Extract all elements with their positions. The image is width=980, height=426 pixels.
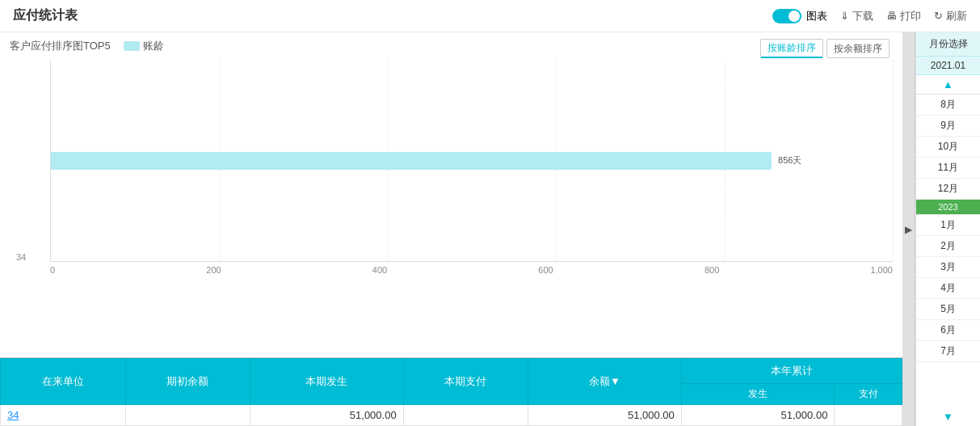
expand-sidebar-arrow[interactable]: ▶ <box>902 32 915 426</box>
print-icon: 🖶 <box>886 10 897 22</box>
download-label: 下载 <box>852 9 873 23</box>
sidebar-up-button[interactable]: ▲ <box>916 75 980 95</box>
legend-item-aging: 账龄 <box>124 39 164 53</box>
chart-bar-row: 856天 <box>51 150 893 172</box>
sidebar-months-list: 8月 9月 10月 11月 12月 2023 1月 2月 3月 4月 5月 6月… <box>916 95 980 407</box>
col-header-opening: 期初余额 <box>125 359 250 405</box>
download-icon: ⇓ <box>840 10 849 22</box>
data-table: 在来单位 期初余额 本期发生 本期支付 余额▼ 本年累计 发生 支付 <box>0 358 902 426</box>
chart-bar-end-label: 856天 <box>778 154 801 167</box>
year-marker-2023[interactable]: 2023 <box>916 200 980 215</box>
y-axis-label-34: 34 <box>16 252 29 262</box>
chart-toggle-switch[interactable] <box>772 9 801 23</box>
col-header-current-occ: 本期发生 <box>250 359 404 405</box>
col-header-ytd-occ: 发生 <box>681 384 835 405</box>
legend-color-box <box>124 41 140 51</box>
col-header-balance: 余额▼ <box>528 359 682 405</box>
print-label: 打印 <box>900 9 921 23</box>
table-section: 在来单位 期初余额 本期发生 本期支付 余额▼ 本年累计 发生 支付 <box>0 357 902 426</box>
print-button[interactable]: 🖶 打印 <box>886 9 921 23</box>
cell-current-occ: 51,000.00 <box>250 405 404 426</box>
month-item-3[interactable]: 3月 <box>916 257 980 278</box>
sidebar-current-date[interactable]: 2021.01 <box>916 57 980 75</box>
header-actions: 图表 ⇓ 下载 🖶 打印 ↻ 刷新 <box>772 9 967 23</box>
refresh-label: 刷新 <box>946 9 967 23</box>
month-item-7[interactable]: 7月 <box>916 341 980 362</box>
table-row: 34 51,000.00 51,000.00 51,000.00 <box>1 405 902 426</box>
month-item-12[interactable]: 12月 <box>916 179 980 200</box>
x-label-800: 800 <box>705 265 719 275</box>
content-area: 客户应付排序图TOP5 账龄 按账龄排序 按余额排序 34 <box>0 32 980 426</box>
x-label-400: 400 <box>372 265 387 275</box>
cell-ytd-pay <box>835 405 902 426</box>
month-item-5[interactable]: 5月 <box>916 299 980 320</box>
table-header-row-1: 在来单位 期初余额 本期发生 本期支付 余额▼ 本年累计 <box>1 359 902 384</box>
col-header-ytd-pay: 支付 <box>835 384 902 405</box>
sort-by-amount-button[interactable]: 按账龄排序 <box>760 39 823 58</box>
refresh-button[interactable]: ↻ 刷新 <box>934 9 967 23</box>
chart-toggle-container[interactable]: 图表 <box>772 9 827 23</box>
month-item-11[interactable]: 11月 <box>916 158 980 179</box>
grid-line-1000 <box>893 60 894 261</box>
cell-balance: 51,000.00 <box>528 405 682 426</box>
chart-sort-buttons: 按账龄排序 按余额排序 <box>760 39 890 58</box>
month-item-1[interactable]: 1月 <box>916 215 980 236</box>
chart-wrapper: 34 856天 <box>10 60 893 286</box>
legend-item-chart: 客户应付排序图TOP5 <box>10 39 111 53</box>
legend-label: 客户应付排序图TOP5 <box>10 39 111 53</box>
cell-current-pay <box>403 405 528 426</box>
month-item-9[interactable]: 9月 <box>916 116 980 137</box>
x-label-1000: 1,000 <box>870 265 893 275</box>
month-item-6[interactable]: 6月 <box>916 320 980 341</box>
col-header-ytd: 本年累计 <box>681 359 902 384</box>
download-button[interactable]: ⇓ 下载 <box>840 9 873 23</box>
sidebar-header: 月份选择 <box>916 32 980 57</box>
legend-aging-label: 账龄 <box>143 39 164 53</box>
col-header-unit: 在来单位 <box>1 359 126 405</box>
chart-bar <box>51 152 772 170</box>
cell-ytd-occ: 51,000.00 <box>681 405 835 426</box>
chart-section: 客户应付排序图TOP5 账龄 按账龄排序 按余额排序 34 <box>0 32 902 357</box>
refresh-icon: ↻ <box>934 10 943 22</box>
main-area: 客户应付排序图TOP5 账龄 按账龄排序 按余额排序 34 <box>0 32 902 426</box>
right-sidebar: 月份选择 2021.01 ▲ 8月 9月 10月 11月 12月 2023 1月… <box>915 32 980 426</box>
page-header: 应付统计表 图表 ⇓ 下载 🖶 打印 ↻ 刷新 <box>0 0 980 32</box>
col-header-current-pay: 本期支付 <box>403 359 528 405</box>
month-item-4[interactable]: 4月 <box>916 278 980 299</box>
chart-plot-area: 856天 <box>50 60 893 262</box>
sidebar-down-button[interactable]: ▼ <box>916 407 980 426</box>
x-label-200: 200 <box>206 265 221 275</box>
x-label-600: 600 <box>538 265 553 275</box>
month-item-2[interactable]: 2月 <box>916 236 980 257</box>
chart-toggle-label: 图表 <box>806 9 827 23</box>
cell-unit[interactable]: 34 <box>1 405 126 426</box>
month-item-10[interactable]: 10月 <box>916 137 980 158</box>
x-label-0: 0 <box>50 265 55 275</box>
sort-by-balance-button[interactable]: 按余额排序 <box>826 39 890 58</box>
cell-opening <box>125 405 250 426</box>
page-title: 应付统计表 <box>13 7 78 24</box>
month-item-8[interactable]: 8月 <box>916 95 980 116</box>
chart-x-axis: 0 200 400 600 800 1,000 <box>50 262 893 286</box>
